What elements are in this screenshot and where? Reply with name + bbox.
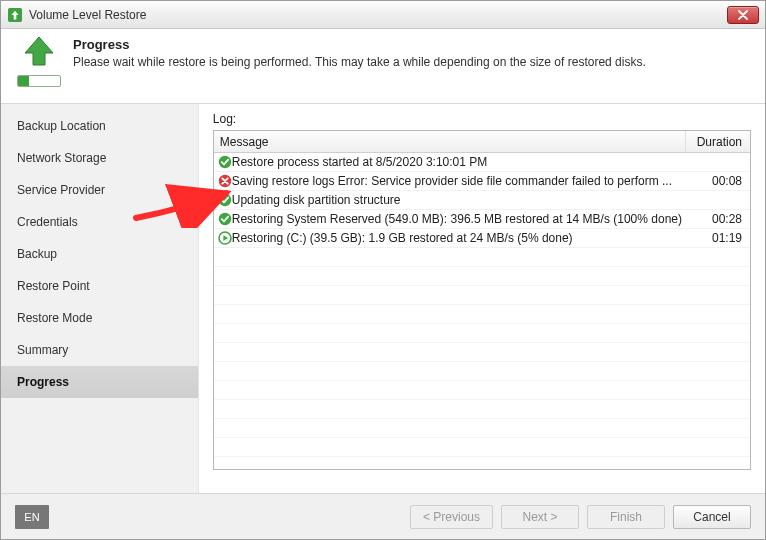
log-row[interactable]: Updating disk partition structure	[214, 191, 750, 210]
log-row-empty	[214, 457, 750, 470]
log-duration: 00:28	[686, 212, 750, 226]
log-row-empty	[214, 248, 750, 267]
sidebar-item-label: Network Storage	[17, 151, 106, 165]
success-icon	[214, 155, 232, 169]
log-col-duration[interactable]: Duration	[686, 131, 750, 152]
sidebar-item-label: Progress	[17, 375, 69, 389]
log-row-empty	[214, 419, 750, 438]
sidebar-item-service-provider[interactable]: Service Provider	[1, 174, 198, 206]
log-row-empty	[214, 343, 750, 362]
log-message: Restoring System Reserved (549.0 MB): 39…	[232, 212, 686, 226]
sidebar-item-label: Backup	[17, 247, 57, 261]
running-icon	[214, 231, 232, 245]
error-icon	[214, 174, 232, 188]
sidebar-item-restore-mode[interactable]: Restore Mode	[1, 302, 198, 334]
window-title: Volume Level Restore	[29, 8, 727, 22]
sidebar-item-credentials[interactable]: Credentials	[1, 206, 198, 238]
log-row-empty	[214, 400, 750, 419]
log-message: Restoring (C:) (39.5 GB): 1.9 GB restore…	[232, 231, 686, 245]
language-button[interactable]: EN	[15, 505, 49, 529]
log-table-header: Message Duration	[214, 131, 750, 153]
sidebar-item-label: Service Provider	[17, 183, 105, 197]
log-table: Message Duration Restore process started…	[213, 130, 751, 470]
wizard-footer: EN < Previous Next > Finish Cancel	[1, 493, 765, 539]
main-panel: Log: Message Duration Restore process st…	[199, 104, 765, 496]
titlebar: Volume Level Restore	[1, 1, 765, 29]
sidebar-item-restore-point[interactable]: Restore Point	[1, 270, 198, 302]
sidebar-item-label: Credentials	[17, 215, 78, 229]
sidebar-item-label: Backup Location	[17, 119, 106, 133]
sidebar-item-label: Restore Mode	[17, 311, 92, 325]
log-row-empty	[214, 267, 750, 286]
success-icon	[214, 212, 232, 226]
sidebar-item-backup[interactable]: Backup	[1, 238, 198, 270]
button-label: Next >	[522, 510, 557, 524]
sidebar-item-summary[interactable]: Summary	[1, 334, 198, 366]
wizard-header: Progress Please wait while restore is be…	[1, 29, 765, 104]
progress-header-icon	[13, 35, 65, 95]
sidebar-item-backup-location[interactable]: Backup Location	[1, 110, 198, 142]
language-label: EN	[24, 511, 39, 523]
cancel-button[interactable]: Cancel	[673, 505, 751, 529]
app-icon	[7, 7, 23, 23]
sidebar-item-label: Summary	[17, 343, 68, 357]
wizard-sidebar: Backup Location Network Storage Service …	[1, 104, 199, 496]
log-message: Saving restore logs Error: Service provi…	[232, 174, 686, 188]
log-row[interactable]: Restoring System Reserved (549.0 MB): 39…	[214, 210, 750, 229]
log-col-message[interactable]: Message	[214, 131, 686, 152]
log-row-empty	[214, 438, 750, 457]
progress-bar-mini	[17, 75, 61, 87]
next-button[interactable]: Next >	[501, 505, 579, 529]
button-label: < Previous	[423, 510, 480, 524]
log-row-empty	[214, 324, 750, 343]
log-label: Log:	[213, 112, 751, 126]
log-duration: 01:19	[686, 231, 750, 245]
sidebar-item-label: Restore Point	[17, 279, 90, 293]
log-row-empty	[214, 286, 750, 305]
success-icon	[214, 193, 232, 207]
log-duration: 00:08	[686, 174, 750, 188]
button-label: Cancel	[693, 510, 730, 524]
log-message: Updating disk partition structure	[232, 193, 686, 207]
log-row-empty	[214, 305, 750, 324]
log-message: Restore process started at 8/5/2020 3:10…	[232, 155, 686, 169]
button-label: Finish	[610, 510, 642, 524]
window-close-button[interactable]	[727, 6, 759, 24]
log-row-empty	[214, 362, 750, 381]
header-description: Please wait while restore is being perfo…	[73, 55, 753, 69]
previous-button[interactable]: < Previous	[410, 505, 493, 529]
finish-button[interactable]: Finish	[587, 505, 665, 529]
log-row-empty	[214, 381, 750, 400]
sidebar-item-progress[interactable]: Progress	[1, 366, 198, 398]
header-title: Progress	[73, 37, 753, 52]
log-row[interactable]: Restoring (C:) (39.5 GB): 1.9 GB restore…	[214, 229, 750, 248]
log-row[interactable]: Restore process started at 8/5/2020 3:10…	[214, 153, 750, 172]
sidebar-item-network-storage[interactable]: Network Storage	[1, 142, 198, 174]
log-row[interactable]: Saving restore logs Error: Service provi…	[214, 172, 750, 191]
